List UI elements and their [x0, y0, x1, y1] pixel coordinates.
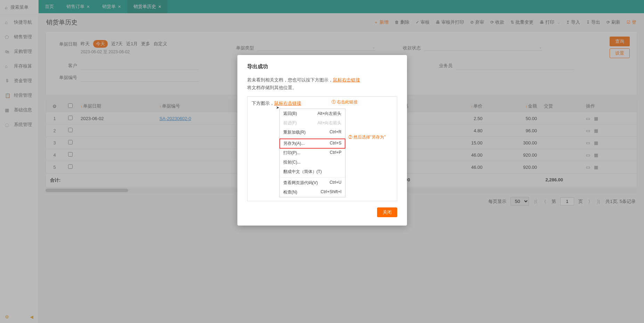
modal-title: 导出成功: [247, 63, 397, 70]
cursor-icon: ➤: [276, 105, 279, 110]
modal-illustration: 下方图示，鼠标右击链接 ➤ ① 右击此链接 返回(B)Alt+向左箭头前进(F)…: [247, 96, 397, 201]
context-menu-illustration: 返回(B)Alt+向左箭头前进(F)Alt+向右箭头重新加载(R)Ctrl+R另…: [279, 109, 345, 197]
illus-callout-1: ① 右击此链接: [332, 99, 358, 105]
context-menu-item: 翻成中文（简体）(T): [280, 167, 345, 176]
illus-callout-2: ② 然后选择"另存为": [348, 134, 386, 140]
context-menu-item: 投射(C)...: [280, 158, 345, 167]
context-menu-item: 另存为(A)...Ctrl+S: [280, 139, 345, 148]
context-menu-item: 返回(B)Alt+向左箭头: [280, 109, 345, 118]
modal-close-button[interactable]: 关闭: [377, 207, 397, 217]
context-menu-item: 打印(P)...Ctrl+P: [280, 148, 345, 158]
context-menu-item: 查看网页源代码(V)Ctrl+U: [280, 178, 345, 188]
context-menu-item: 前进(F)Alt+向右箭头: [280, 118, 345, 128]
modal-rightclick-link[interactable]: 鼠标右击链接: [333, 77, 360, 82]
context-menu-item: 检查(N)Ctrl+Shift+I: [280, 188, 345, 197]
modal-description: 若未看到相关文档，您也可以按下方图示，鼠标右击链接 将文档存储到其他位置。: [247, 76, 397, 92]
export-success-modal: 导出成功 若未看到相关文档，您也可以按下方图示，鼠标右击链接 将文档存储到其他位…: [237, 55, 407, 226]
context-menu-item: 重新加载(R)Ctrl+R: [280, 128, 345, 137]
modal-overlay[interactable]: 导出成功 若未看到相关文档，您也可以按下方图示，鼠标右击链接 将文档存储到其他位…: [0, 0, 644, 323]
